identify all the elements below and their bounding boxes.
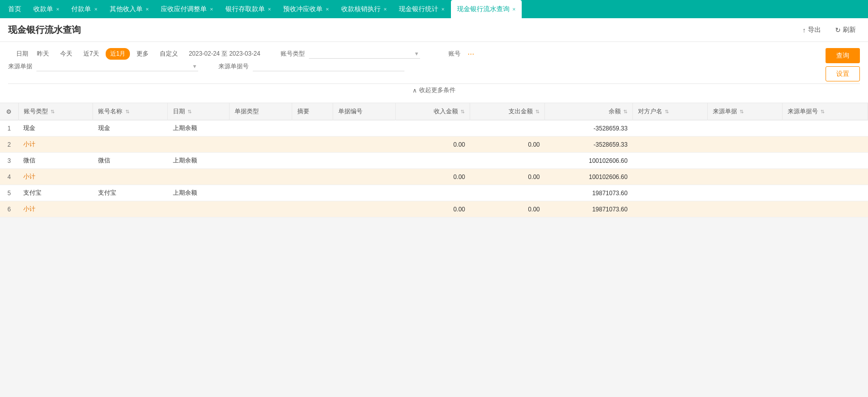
cell-source-doc-no <box>782 137 867 153</box>
col-account-name[interactable]: 账号名称 ⇅ <box>93 103 168 120</box>
nav-item-advance[interactable]: 预收冲应收单 × <box>277 0 335 18</box>
table-row: 1现金现金上期余额-3528659.33 <box>0 120 868 137</box>
cell-income <box>395 120 470 137</box>
col-balance[interactable]: 余额 ⇅ <box>545 103 633 120</box>
close-icon[interactable]: × <box>441 6 444 12</box>
cell-doc-no <box>333 153 395 169</box>
nav-item-other-income[interactable]: 其他收入单 × <box>104 0 155 18</box>
sort-icon: ⇅ <box>535 109 539 114</box>
account-type-select[interactable]: ▾ <box>309 49 420 59</box>
source-doc-select[interactable]: ▾ <box>36 62 198 71</box>
nav-item-home[interactable]: 首页 <box>2 0 27 18</box>
cell-source-doc <box>707 201 782 217</box>
cell-doc-type <box>230 137 292 153</box>
date-btn-today[interactable]: 今天 <box>56 48 77 60</box>
close-icon[interactable]: × <box>56 6 59 12</box>
cell-date: 上期余额 <box>168 120 230 137</box>
source-doc-label: 来源单据 <box>8 62 32 71</box>
date-btn-7days[interactable]: 近7天 <box>79 48 104 60</box>
nav-item-stats[interactable]: 现金银行统计 × <box>393 0 450 18</box>
cell-expense: 0.00 <box>470 201 545 217</box>
cell-account-type: 微信 <box>18 153 93 169</box>
query-button[interactable]: 查询 <box>826 48 860 63</box>
cell-account-name <box>93 169 168 185</box>
row-index: 4 <box>0 169 18 185</box>
chevron-down-icon: ▾ <box>415 50 418 57</box>
collapse-filters-button[interactable]: ∧ 收起更多条件 <box>8 83 860 97</box>
col-account-type[interactable]: 账号类型 ⇅ <box>18 103 93 120</box>
sort-icon: ⇅ <box>461 109 465 114</box>
col-summary[interactable]: 摘要 <box>292 103 333 120</box>
close-icon[interactable]: × <box>326 6 329 12</box>
date-btn-custom[interactable]: 自定义 <box>155 48 182 60</box>
export-button[interactable]: ↑ 导出 <box>799 23 826 36</box>
export-icon: ↑ <box>803 26 806 34</box>
cell-income <box>395 153 470 169</box>
cell-counterpart <box>632 169 707 185</box>
col-date[interactable]: 日期 ⇅ <box>168 103 230 120</box>
top-navigation: 首页 收款单 × 付款单 × 其他收入单 × 应收应付调整单 × 银行存取款单 … <box>0 0 868 18</box>
date-label: 日期 <box>8 50 28 58</box>
cell-date: 上期余额 <box>168 185 230 201</box>
sort-icon: ⇅ <box>125 109 129 114</box>
date-btn-1month[interactable]: 近1月 <box>106 48 130 60</box>
col-expense[interactable]: 支出金额 ⇅ <box>470 103 545 120</box>
account-type-filter-group: 账号类型 ▾ <box>281 49 420 59</box>
nav-item-receipt[interactable]: 收款单 × <box>27 0 65 18</box>
cell-date <box>168 201 230 217</box>
nav-item-adjustment[interactable]: 应收应付调整单 × <box>155 0 219 18</box>
cell-doc-no <box>333 169 395 185</box>
page-title: 现金银行流水查询 <box>8 24 81 36</box>
account-more-button[interactable]: ··· <box>465 49 477 60</box>
table-row: 6小计0.000.0019871073.60 <box>0 201 868 217</box>
col-doc-type[interactable]: 单据类型 <box>230 103 292 120</box>
close-icon[interactable]: × <box>384 6 387 12</box>
col-income[interactable]: 收入金额 ⇅ <box>395 103 470 120</box>
filter-area: 日期 昨天 今天 近7天 近1月 更多 自定义 2023-02-24 至 202… <box>0 42 868 103</box>
refresh-button[interactable]: ↻ 刷新 <box>831 23 860 36</box>
col-doc-no[interactable]: 单据编号 <box>333 103 395 120</box>
cell-source-doc-no <box>782 169 867 185</box>
row-index: 2 <box>0 137 18 153</box>
col-source-doc[interactable]: 来源单据 ⇅ <box>707 103 782 120</box>
nav-item-verify[interactable]: 收款核销执行 × <box>335 0 393 18</box>
close-icon[interactable]: × <box>94 6 97 12</box>
nav-item-cashflow[interactable]: 现金银行流水查询 × <box>451 0 522 18</box>
close-icon[interactable]: × <box>146 6 149 12</box>
close-icon[interactable]: × <box>268 6 271 12</box>
cell-doc-no <box>333 201 395 217</box>
nav-item-payment[interactable]: 付款单 × <box>65 0 103 18</box>
sort-icon: ⇅ <box>623 109 627 114</box>
row-index: 1 <box>0 120 18 137</box>
col-doc-no-label: 单据编号 <box>338 108 362 115</box>
cell-expense: 0.00 <box>470 137 545 153</box>
source-doc-no-input[interactable] <box>253 62 404 71</box>
close-icon[interactable]: × <box>210 6 213 12</box>
cell-account-name <box>93 137 168 153</box>
cell-doc-type <box>230 153 292 169</box>
cell-doc-no <box>333 185 395 201</box>
cell-balance: 19871073.60 <box>545 201 633 217</box>
data-table: ⚙ 账号类型 ⇅ 账号名称 ⇅ 日期 ⇅ 单据类型 摘要 <box>0 103 868 217</box>
cell-income: 0.00 <box>395 169 470 185</box>
setting-button[interactable]: 设置 <box>826 66 860 81</box>
chevron-up-icon: ∧ <box>413 87 417 94</box>
col-source-doc-no[interactable]: 来源单据号 ⇅ <box>782 103 867 120</box>
close-icon[interactable]: × <box>513 6 516 12</box>
date-btn-yesterday[interactable]: 昨天 <box>32 48 54 60</box>
col-summary-label: 摘要 <box>297 108 309 115</box>
nav-item-bank-deposit[interactable]: 银行存取款单 × <box>219 0 277 18</box>
cell-doc-no <box>333 137 395 153</box>
settings-icon[interactable]: ⚙ <box>6 108 12 115</box>
row-index: 5 <box>0 185 18 201</box>
table-container: ⚙ 账号类型 ⇅ 账号名称 ⇅ 日期 ⇅ 单据类型 摘要 <box>0 103 868 217</box>
col-settings[interactable]: ⚙ <box>0 103 18 120</box>
page-header: 现金银行流水查询 ↑ 导出 ↻ 刷新 <box>0 18 868 42</box>
cell-source-doc-no <box>782 185 867 201</box>
date-btn-more[interactable]: 更多 <box>132 48 153 60</box>
date-range: 2023-02-24 至 2023-03-24 <box>189 50 260 58</box>
col-counterpart[interactable]: 对方户名 ⇅ <box>632 103 707 120</box>
cell-summary <box>292 201 333 217</box>
cell-doc-type <box>230 169 292 185</box>
refresh-icon: ↻ <box>835 26 841 34</box>
